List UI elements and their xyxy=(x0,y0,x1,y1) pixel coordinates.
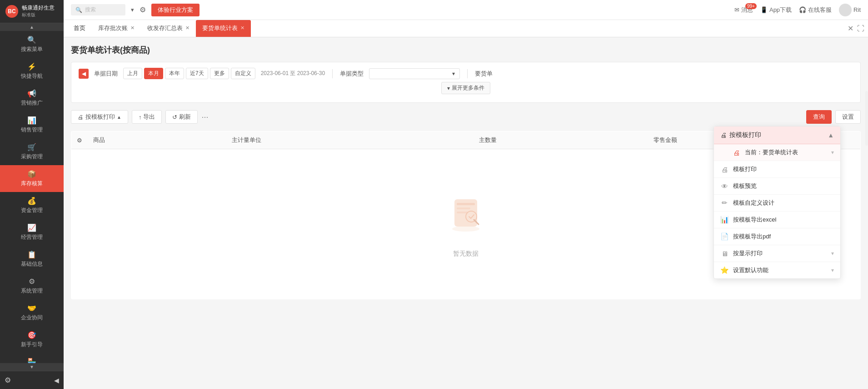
tab-inventory-batch-close[interactable]: ✕ xyxy=(130,25,135,31)
dropdown-item-export-excel[interactable]: 📊 按模板导出excel xyxy=(714,212,840,228)
sidebar-item-newuser[interactable]: 🎯 新手引导 xyxy=(0,326,64,353)
date-more-btn[interactable]: 更多 xyxy=(210,68,229,79)
dropdown-title-text: 按模板打印 xyxy=(729,131,761,139)
resize-handle[interactable] xyxy=(865,91,868,146)
sidebar-nav: 🔍 搜索菜单 ⚡ 快捷导航 📢 营销推广 📊 销售管理 🛒 采购管理 📦 库存核… xyxy=(0,31,64,363)
svg-rect-2 xyxy=(457,203,475,205)
user-avatar-area[interactable]: Rit xyxy=(839,4,861,16)
sidebar-item-collab[interactable]: 🤝 企业协同 xyxy=(0,299,64,326)
finance-icon: 💰 xyxy=(27,197,36,205)
sidebar-scroll-up[interactable]: ▲ xyxy=(0,23,64,31)
print-dropdown: 🖨 按模板打印 ▲ 🖨 当前：要货单统计表 ▾ 🖨 模板打印 👁 模板预览 xyxy=(713,126,841,279)
sidebar-collapse-icon[interactable]: ◀ xyxy=(54,377,59,384)
sidebar-item-appstore[interactable]: 🏪 应用中心 xyxy=(0,353,64,363)
dropdown-item-current[interactable]: 🖨 当前：要货单统计表 ▾ xyxy=(714,144,840,161)
export-pdf-label: 按模板导出pdf xyxy=(733,232,771,241)
sidebar-settings-icon[interactable]: ⚙ xyxy=(5,376,11,384)
table-col-settings[interactable]: ⚙ xyxy=(71,131,88,149)
tab-order-stats[interactable]: 要货单统计表 ✕ xyxy=(196,20,251,37)
tab-home[interactable]: 首页 xyxy=(67,20,92,37)
tab-order-stats-close[interactable]: ✕ xyxy=(240,25,244,31)
date-this-year-btn[interactable]: 本年 xyxy=(165,68,184,79)
sidebar-item-sales[interactable]: 📊 销售管理 xyxy=(0,111,64,138)
expand-more-btn[interactable]: ▾ 展开更多条件 xyxy=(441,82,490,94)
date-last-month-btn[interactable]: 上月 xyxy=(123,68,142,79)
refresh-btn[interactable]: ↺ 刷新 xyxy=(165,110,198,124)
print-template-label: 按模板打印 xyxy=(85,113,115,121)
export-btn[interactable]: ↑ 导出 xyxy=(132,110,162,124)
newuser-icon: 🎯 xyxy=(27,331,36,339)
filter-collapse-btn[interactable]: ◀ xyxy=(79,69,89,79)
dropdown-close-chevron[interactable]: ▲ xyxy=(828,131,834,139)
date-buttons: 上月 本月 本年 近7天 更多 自定义 xyxy=(123,68,255,79)
search-icon: 🔍 xyxy=(75,7,82,13)
type-select[interactable]: ▾ xyxy=(369,68,460,79)
header-gear-icon[interactable]: ⚙ xyxy=(140,5,146,14)
settings-btn[interactable]: 设置 xyxy=(835,110,861,124)
sidebar-item-system[interactable]: ⚙ 系统管理 xyxy=(0,273,64,299)
sidebar: BC 畅康通好生意 标准版 ▲ 🔍 搜索菜单 ⚡ 快捷导航 📢 营销推广 📊 销… xyxy=(0,0,64,389)
tab-receipt-summary-close[interactable]: ✕ xyxy=(185,25,190,31)
export-pdf-icon: 📄 xyxy=(720,232,728,241)
message-icon: ✉ xyxy=(734,6,739,13)
message-action[interactable]: ✉ 消息 99+ xyxy=(734,6,753,14)
dropdown-item-template-preview[interactable]: 👁 模板预览 xyxy=(714,178,840,195)
dropdown-item-template-print[interactable]: 🖨 模板打印 xyxy=(714,161,840,178)
basic-icon: 📋 xyxy=(27,250,36,259)
message-badge: 99+ xyxy=(745,3,757,9)
date-range-text: 2023-06-01 至 2023-06-30 xyxy=(261,70,325,77)
sidebar-logo: BC 畅康通好生意 标准版 xyxy=(0,0,64,23)
dropdown-print-icon: 🖨 xyxy=(720,131,727,139)
sidebar-item-shortcut[interactable]: ⚡ 快捷导航 xyxy=(0,58,64,85)
query-btn[interactable]: 查询 xyxy=(806,110,832,124)
tab-close-all-btn[interactable]: ✕ xyxy=(848,24,853,33)
date-this-month-btn[interactable]: 本月 xyxy=(144,68,163,79)
user-avatar xyxy=(839,4,852,16)
sidebar-item-marketing[interactable]: 📢 营销推广 xyxy=(0,85,64,111)
logo-icon: BC xyxy=(5,5,18,18)
marketing-icon: 📢 xyxy=(27,89,36,98)
sidebar-item-search[interactable]: 🔍 搜索菜单 xyxy=(0,31,64,58)
top-header: 🔍 搜索 ▾ ⚙ 体验行业方案 ✉ 消息 99+ 📱 App下载 🎧 在线客服 … xyxy=(64,0,868,20)
date-custom-btn[interactable]: 自定义 xyxy=(231,68,255,79)
date-label: 单据日期 xyxy=(94,70,118,78)
dropdown-item-export-pdf[interactable]: 📄 按模板导出pdf xyxy=(714,228,840,245)
svg-rect-3 xyxy=(457,207,470,209)
sidebar-item-operation[interactable]: 📈 经营管理 xyxy=(0,219,64,246)
tabs-bar: 首页 库存批次账 ✕ 收发存汇总表 ✕ 要货单统计表 ✕ ✕ ⛶ xyxy=(64,20,868,37)
export-excel-label: 按模板导出excel xyxy=(733,216,776,224)
sidebar-item-basic[interactable]: 📋 基础信息 xyxy=(0,246,64,273)
trial-button[interactable]: 体验行业方案 xyxy=(151,4,200,16)
dropdown-item-display-print[interactable]: 🖥 按显示打印 ▾ xyxy=(714,245,840,262)
sidebar-item-purchase[interactable]: 🛒 采购管理 xyxy=(0,138,64,165)
appstore-icon: 🏪 xyxy=(27,358,36,363)
sidebar-item-finance[interactable]: 💰 资金管理 xyxy=(0,192,64,219)
dropdown-current-label: 当前：要货单统计表 xyxy=(745,148,798,157)
sidebar-scroll-down[interactable]: ▼ xyxy=(0,363,64,371)
tab-inventory-batch[interactable]: 库存批次账 ✕ xyxy=(92,20,141,37)
sales-icon: 📊 xyxy=(27,116,36,125)
toolbar-more-btn[interactable]: ··· xyxy=(201,112,208,122)
app-download-action[interactable]: 📱 App下载 xyxy=(760,6,792,14)
online-service-action[interactable]: 🎧 在线客服 xyxy=(799,6,832,14)
dropdown-header-title: 🖨 按模板打印 xyxy=(720,131,761,139)
refresh-icon: ↺ xyxy=(172,114,177,121)
set-default-arrow: ▾ xyxy=(831,267,834,273)
print-template-btn[interactable]: 🖨 按模板打印 ▲ xyxy=(71,110,128,124)
header-search[interactable]: 🔍 搜索 xyxy=(71,4,125,15)
tab-expand-btn[interactable]: ⛶ xyxy=(857,25,864,33)
main-content: 🔍 搜索 ▾ ⚙ 体验行业方案 ✉ 消息 99+ 📱 App下载 🎧 在线客服 … xyxy=(64,0,868,389)
collab-icon: 🤝 xyxy=(27,304,36,313)
template-print-label: 模板打印 xyxy=(733,165,757,173)
tabs-actions: ✕ ⛶ xyxy=(848,20,864,37)
sidebar-item-inventory[interactable]: 📦 库存核算 xyxy=(0,165,64,192)
dropdown-item-template-custom[interactable]: ✏ 模板自定义设计 xyxy=(714,195,840,212)
goods-filter-label: 要货单 xyxy=(475,70,493,78)
header-dropdown-arrow[interactable]: ▾ xyxy=(131,6,134,13)
table-col-unit: 主计量单位 xyxy=(226,131,473,149)
type-label: 单据类型 xyxy=(340,70,364,78)
page-area: 要货单统计表(按商品) ◀ 单据日期 上月 本月 本年 近7天 更多 自定义 2… xyxy=(64,37,868,389)
tab-receipt-summary[interactable]: 收发存汇总表 ✕ xyxy=(141,20,196,37)
dropdown-item-set-default[interactable]: ⭐ 设置默认功能 ▾ xyxy=(714,262,840,278)
date-7days-btn[interactable]: 近7天 xyxy=(186,68,208,79)
